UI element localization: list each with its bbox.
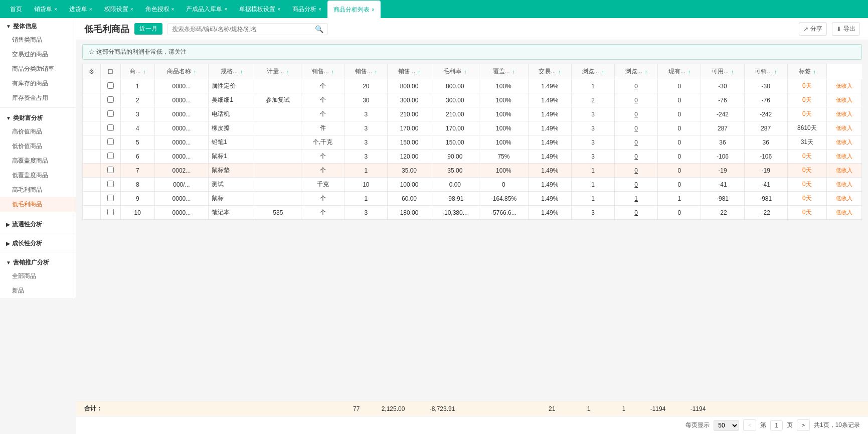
search-input[interactable] [172,26,312,33]
row-checkbox[interactable] [101,150,120,164]
sidebar-group-marketing[interactable]: ▼ 营销推广分析 [0,254,76,269]
th-stock-available[interactable]: 可用... ↕ [701,64,744,79]
sidebar-item-all-products[interactable]: 全部商品 [0,269,76,283]
row-name[interactable]: 属性定价 [209,79,255,93]
close-icon[interactable]: × [224,7,227,12]
row-checkbox[interactable] [101,93,120,107]
share-button[interactable]: ↗ 分享 [799,22,827,36]
row-checkbox[interactable] [101,164,120,178]
row-view1[interactable]: 0 [615,107,658,121]
current-page: 1 [770,420,783,430]
row-stock-current: -981 [701,192,744,206]
row-checkbox[interactable] [101,107,120,121]
row-view2: 0 [658,107,701,121]
row-view1[interactable]: 0 [615,121,658,135]
row-name[interactable]: 吴细细1 [209,93,255,107]
th-name[interactable]: 商品名称 ↕ [154,64,208,79]
th-sales-price[interactable]: 销售... ↕ [344,64,388,79]
sidebar-item-low-coverage[interactable]: 低覆盖度商品 [0,168,76,183]
nav-product-entry[interactable]: 产成品入库单 × [180,0,233,18]
sidebar-item-high-coverage[interactable]: 高覆盖度商品 [0,154,76,168]
row-name[interactable]: 测试 [209,178,255,192]
filter-recent-month-button[interactable]: 近一月 [134,23,162,35]
row-checkbox[interactable] [101,192,120,206]
row-view1[interactable]: 0 [615,79,658,93]
sidebar-item-high-margin[interactable]: 高毛利商品 [0,183,76,197]
close-icon[interactable]: × [318,7,321,12]
page-size-select[interactable]: 50 100 200 [714,420,739,431]
th-checkbox[interactable]: ☐ [101,64,120,79]
close-icon[interactable]: × [54,7,57,12]
th-stock-current[interactable]: 现有... ↕ [658,64,701,79]
row-view1[interactable]: 0 [615,135,658,150]
nav-role-auth[interactable]: 角色授权 × [139,0,181,18]
row-tag: 低收入 [827,93,862,107]
row-name[interactable]: 铅笔1 [209,135,255,150]
row-gear [83,79,101,93]
row-view1[interactable]: 0 [615,178,658,192]
th-sales-qty[interactable]: 销售... ↕ [301,64,344,79]
th-spec[interactable]: 规格... ↕ [209,64,255,79]
row-checkbox[interactable] [101,178,120,192]
close-icon[interactable]: × [171,7,175,12]
sidebar-item-capital[interactable]: 库存资金占用 [0,91,76,105]
nav-home[interactable]: 首页 [4,0,28,18]
th-sales-amount[interactable]: 销售... ↕ [388,64,431,79]
nav-permissions[interactable]: 权限设置 × [98,0,139,18]
row-checkbox[interactable] [101,135,120,150]
row-name[interactable]: 橡皮擦 [209,121,255,135]
th-view2[interactable]: 浏览... ↕ [615,64,658,79]
nav-purchase-order[interactable]: 进货单 × [63,0,98,18]
nav-template-settings[interactable]: 单据模板设置 × [233,0,286,18]
sidebar-item-category-rate[interactable]: 商品分类助销率 [0,62,76,76]
row-view1[interactable]: 0 [615,150,658,164]
sidebar-item-high-value[interactable]: 高价值商品 [0,124,76,139]
th-trade-count[interactable]: 交易... ↕ [528,64,571,79]
sidebar-item-sales-products[interactable]: 销售类商品 [0,33,76,47]
sidebar-group-overall[interactable]: ▼ 整体信息 [0,18,76,33]
th-gear[interactable]: ⚙ [83,64,101,79]
sidebar-group-growth[interactable]: ▶ 成长性分析 [0,235,76,250]
row-checkbox[interactable] [101,206,120,220]
row-gear [83,93,101,107]
row-view1[interactable]: 1 [615,192,658,206]
sidebar-item-low-margin[interactable]: 低毛利商品 [0,197,76,212]
row-checkbox[interactable] [101,79,120,93]
th-unit[interactable]: 计量... ↕ [255,64,301,79]
th-view1[interactable]: 浏览... ↕ [571,64,614,79]
row-view1[interactable]: 0 [615,93,658,107]
row-name[interactable]: 电话机 [209,107,255,121]
nav-sales-order[interactable]: 销货单 × [28,0,63,18]
nav-analysis-list[interactable]: 商品分析列表 × [327,1,381,19]
th-tag[interactable]: 标签 ↕ [787,64,826,79]
sidebar-group-wealth[interactable]: ▼ 类财富分析 [0,110,76,124]
close-icon[interactable]: × [277,7,280,12]
sidebar-item-traded-products[interactable]: 交易过的商品 [0,47,76,62]
th-coverage[interactable]: 覆盖... ↕ [479,64,529,79]
th-gross-margin[interactable]: 毛利率 ↕ [431,64,479,79]
sidebar-item-low-value[interactable]: 低价值商品 [0,139,76,154]
prev-page-button[interactable]: ＜ [743,419,756,431]
table-wrapper[interactable]: ⚙ ☐ 商... ↕ 商品名称 ↕ 规格... ↕ 计量... ↕ 销售... … [76,60,868,401]
row-view1[interactable]: 0 [615,164,658,178]
export-button[interactable]: ⬇ 导出 [832,22,860,36]
sidebar-item-in-stock[interactable]: 有库存的商品 [0,76,76,91]
row-name[interactable]: 鼠标 [209,192,255,206]
row-view1[interactable]: 0 [615,206,658,220]
row-code: 0000... [154,93,208,107]
close-icon[interactable]: × [130,7,133,12]
close-icon[interactable]: × [89,7,92,12]
row-checkbox[interactable] [101,121,120,135]
row-name[interactable]: 笔记本 [209,206,255,220]
sidebar-group-flow[interactable]: ▶ 流通性分析 [0,216,76,231]
nav-product-analysis[interactable]: 商品分析 × [286,0,327,18]
row-name[interactable]: 鼠标1 [209,150,255,164]
row-name[interactable]: 鼠标垫 [209,164,255,178]
search-icon[interactable]: 🔍 [315,25,323,33]
sidebar-item-new-products[interactable]: 新品 [0,283,76,298]
th-sellable-days[interactable]: 可销... ↕ [744,64,787,79]
main-layout: ▼ 整体信息 销售类商品 交易过的商品 商品分类助销率 有库存的商品 库存资金占… [0,18,868,434]
next-page-button[interactable]: ＞ [797,419,810,431]
close-icon[interactable]: × [372,7,375,13]
th-code[interactable]: 商... ↕ [120,64,154,79]
